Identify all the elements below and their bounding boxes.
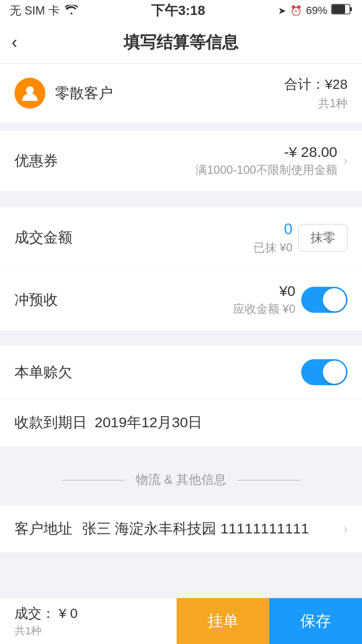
deal-amount-value: 0 xyxy=(253,220,292,238)
prepayment-sub: 应收金额 ¥0 xyxy=(233,301,295,317)
status-right: ➤ ⏰ 69% xyxy=(278,4,352,17)
logistics-header: ————— 物流 & 其他信息 ————— xyxy=(0,462,362,498)
svg-rect-2 xyxy=(332,5,345,14)
bottom-bar: 成交： ¥ 0 共1种 挂单 保存 xyxy=(0,598,362,644)
customer-total: 合计：¥28 xyxy=(284,75,348,94)
status-time: 下午3:18 xyxy=(151,1,205,20)
address-row[interactable]: 客户地址 张三 海淀永丰科技园 11111111111 › xyxy=(0,505,362,552)
coupon-discount-value: -¥ 28.00 xyxy=(195,144,337,160)
customer-left: 零散客户 xyxy=(14,78,113,109)
prepayment-value: ¥0 xyxy=(233,283,295,299)
coupon-label: 优惠券 xyxy=(14,151,58,171)
logistics-divider-left: ————— xyxy=(62,472,125,487)
location-icon: ➤ xyxy=(278,5,286,16)
coupon-row[interactable]: 优惠券 -¥ 28.00 满1000-100不限制使用金额 › xyxy=(0,130,362,191)
customer-section: 零散客户 合计：¥28 共1种 xyxy=(0,64,362,123)
debt-section: 本单赊欠 收款到期日 2019年12月30日 xyxy=(0,346,362,446)
save-button[interactable]: 保存 xyxy=(269,598,362,644)
battery-label: 69% xyxy=(306,4,327,17)
section-divider-3 xyxy=(0,454,362,462)
customer-avatar xyxy=(14,78,45,109)
coupon-discount-note: 满1000-100不限制使用金额 xyxy=(195,162,337,178)
deal-amount-row: 成交金额 0 已抹 ¥0 抹零 xyxy=(0,207,362,269)
address-value: 张三 海淀永丰科技园 11111111111 xyxy=(82,519,343,539)
deal-amount-sub: 已抹 ¥0 xyxy=(253,240,292,255)
logistics-label: 物流 & 其他信息 xyxy=(136,472,226,487)
prepayment-label: 冲预收 xyxy=(14,290,58,310)
section-divider-1 xyxy=(0,199,362,207)
section-divider-4 xyxy=(0,498,362,505)
hold-button[interactable]: 挂单 xyxy=(177,598,269,644)
status-bar: 无 SIM 卡 下午3:18 ➤ ⏰ 69% xyxy=(0,0,362,21)
deal-amount-right: 0 已抹 ¥0 抹零 xyxy=(253,220,348,255)
customer-right: 合计：¥28 共1种 xyxy=(284,75,348,111)
debt-toggle[interactable] xyxy=(301,359,348,385)
svg-rect-1 xyxy=(350,7,352,11)
bottom-count: 共1种 xyxy=(14,624,162,638)
back-button[interactable]: ‹ xyxy=(12,32,17,53)
alarm-icon: ⏰ xyxy=(290,5,302,16)
coupon-right: -¥ 28.00 满1000-100不限制使用金额 › xyxy=(195,144,348,178)
wifi-icon xyxy=(65,4,78,17)
bottom-deal-row: 成交： ¥ 0 xyxy=(14,604,162,623)
customer-name: 零散客户 xyxy=(55,84,113,103)
deal-amount-section: 成交金额 0 已抹 ¥0 抹零 冲预收 ¥0 应收金额 ¥0 xyxy=(0,207,362,330)
debt-label: 本单赊欠 xyxy=(14,363,72,382)
bottom-deal-value: ¥ 0 xyxy=(59,606,78,621)
page-title: 填写结算等信息 xyxy=(124,31,238,54)
bottom-deal-label: 成交： xyxy=(14,606,55,621)
debt-right xyxy=(301,359,348,385)
coupon-section: 优惠券 -¥ 28.00 满1000-100不限制使用金额 › xyxy=(0,130,362,191)
due-date-label: 收款到期日 xyxy=(14,413,87,433)
no-sim-label: 无 SIM 卡 xyxy=(10,3,60,18)
status-left: 无 SIM 卡 xyxy=(10,3,78,18)
due-date-value: 2019年12月30日 xyxy=(95,413,202,433)
prepayment-row: 冲预收 ¥0 应收金额 ¥0 xyxy=(0,269,362,330)
debt-row: 本单赊欠 xyxy=(0,346,362,399)
nav-bar: ‹ 填写结算等信息 xyxy=(0,21,362,64)
due-date-row: 收款到期日 2019年12月30日 xyxy=(0,399,362,446)
address-chevron-icon: › xyxy=(343,521,348,537)
content-area: 零散客户 合计：¥28 共1种 优惠券 -¥ 28.00 满1000-100不限… xyxy=(0,64,362,644)
svg-point-3 xyxy=(26,86,34,94)
prepayment-toggle[interactable] xyxy=(301,287,348,313)
toggle-knob xyxy=(323,288,346,311)
address-label: 客户地址 xyxy=(14,519,72,539)
chevron-right-icon: › xyxy=(343,153,348,168)
debt-toggle-knob xyxy=(323,361,346,384)
section-divider-2 xyxy=(0,338,362,346)
battery-icon xyxy=(331,4,352,17)
customer-count: 共1种 xyxy=(284,96,348,111)
bottom-info: 成交： ¥ 0 共1种 xyxy=(0,604,177,638)
logistics-divider-right: ————— xyxy=(237,472,300,487)
roundoff-button[interactable]: 抹零 xyxy=(298,224,348,252)
prepayment-right: ¥0 应收金额 ¥0 xyxy=(233,283,348,317)
deal-amount-label: 成交金额 xyxy=(14,228,72,248)
